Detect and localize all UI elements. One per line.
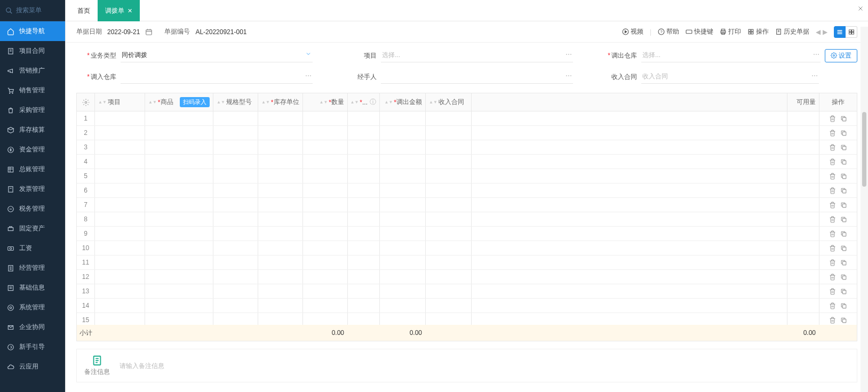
delete-icon[interactable] — [829, 302, 836, 309]
print-button[interactable]: 打印 — [720, 27, 741, 36]
delete-icon[interactable] — [829, 173, 836, 180]
view-list-icon[interactable] — [834, 26, 846, 38]
delete-icon[interactable] — [829, 274, 836, 281]
delete-icon[interactable] — [829, 144, 836, 151]
shortcut-button[interactable]: 快捷键 — [686, 27, 713, 36]
table-row[interactable]: 5 — [77, 169, 857, 183]
delete-icon[interactable] — [829, 230, 836, 237]
out-warehouse-select[interactable]: 选择... ⋯ — [641, 49, 821, 62]
table-row[interactable]: 1 — [77, 111, 857, 126]
operate-button[interactable]: 操作 — [747, 27, 769, 36]
next-icon[interactable]: ▶ — [823, 28, 827, 36]
scrollbar[interactable] — [861, 27, 868, 392]
close-icon[interactable]: ✕ — [128, 7, 132, 14]
delete-icon[interactable] — [829, 245, 836, 252]
close-icon[interactable] — [857, 5, 864, 12]
in-contract-select[interactable]: 收入合同 ⋯ — [641, 70, 819, 84]
copy-icon[interactable] — [840, 317, 847, 324]
col-available[interactable]: 可用量 — [787, 93, 819, 111]
sidebar-item-bag[interactable]: 采购管理 — [0, 100, 65, 120]
in-warehouse-select[interactable]: ⋯ — [121, 70, 313, 84]
video-button[interactable]: 视频 — [622, 27, 643, 36]
sidebar-item-home[interactable]: 快捷导航 — [0, 21, 65, 41]
prev-icon[interactable]: ◀ — [816, 28, 821, 36]
sidebar-item-system[interactable]: 系统管理 — [0, 298, 65, 317]
table-row[interactable]: 4 — [77, 155, 857, 169]
sidebar-item-doc[interactable]: 项目合同 — [0, 41, 65, 61]
biz-type-select[interactable]: 同价调拨 — [121, 49, 313, 62]
sidebar-item-box[interactable]: 库存核算 — [0, 120, 65, 140]
settings-button[interactable]: 设置 — [825, 49, 857, 62]
sidebar-item-asset[interactable]: 固定资产 — [0, 219, 65, 238]
sidebar-item-salary[interactable]: 工资 — [0, 238, 65, 258]
handler-select[interactable]: ⋯ — [381, 70, 573, 84]
delete-icon[interactable] — [829, 158, 836, 165]
sidebar-item-megaphone[interactable]: 营销推广 — [0, 61, 65, 81]
sidebar-item-info[interactable]: 基础信息 — [0, 278, 65, 298]
sidebar-item-invoice[interactable]: 发票管理 — [0, 179, 65, 199]
view-grid-icon[interactable] — [846, 26, 857, 38]
copy-icon[interactable] — [840, 115, 847, 122]
sidebar-item-ledger[interactable]: 总账管理 — [0, 159, 65, 179]
sidebar-item-money[interactable]: 资金管理 — [0, 140, 65, 159]
table-row[interactable]: 14 — [77, 299, 857, 313]
sidebar-item-guide[interactable]: 新手引导 — [0, 337, 65, 357]
table-row[interactable]: 2 — [77, 126, 857, 140]
col-qty[interactable]: ▲▼*数量 — [303, 93, 348, 111]
copy-icon[interactable] — [840, 230, 847, 237]
sidebar-item-cart[interactable]: 销售管理 — [0, 81, 65, 100]
table-row[interactable]: 9 — [77, 227, 857, 241]
col-project[interactable]: ▲▼项目 — [95, 93, 145, 111]
copy-icon[interactable] — [840, 259, 847, 266]
copy-icon[interactable] — [840, 202, 847, 209]
project-select[interactable]: 选择... ⋯ — [381, 49, 573, 62]
copy-icon[interactable] — [840, 288, 847, 295]
table-row[interactable]: 10 — [77, 241, 857, 255]
date-value[interactable]: 2022-09-21 — [107, 28, 140, 36]
sidebar-item-collab[interactable]: 企业协同 — [0, 317, 65, 337]
col-out-amount[interactable]: ▲▼*调出金额 — [380, 93, 426, 111]
tab[interactable]: 首页 — [70, 0, 98, 21]
copy-icon[interactable] — [840, 187, 847, 194]
sidebar-item-manage[interactable]: 经营管理 — [0, 258, 65, 278]
table-row[interactable]: 3 — [77, 140, 857, 155]
col-in-contract[interactable]: ▲▼收入合同 — [426, 93, 472, 111]
delete-icon[interactable] — [829, 130, 836, 137]
table-row[interactable]: 12 — [77, 270, 857, 284]
gear-icon[interactable] — [77, 93, 95, 111]
delete-icon[interactable] — [829, 115, 836, 122]
table-row[interactable]: 6 — [77, 183, 857, 198]
col-unit[interactable]: ▲▼*库存单位 — [258, 93, 303, 111]
table-row[interactable]: 7 — [77, 198, 857, 212]
table-row[interactable]: 15 — [77, 313, 857, 325]
scan-badge[interactable]: 扫码录入 — [180, 97, 210, 107]
delete-icon[interactable] — [829, 202, 836, 209]
copy-icon[interactable] — [840, 216, 847, 223]
copy-icon[interactable] — [840, 144, 847, 151]
delete-icon[interactable] — [829, 317, 836, 324]
delete-icon[interactable] — [829, 259, 836, 266]
delete-icon[interactable] — [829, 288, 836, 295]
table-row[interactable]: 11 — [77, 255, 857, 270]
copy-icon[interactable] — [840, 130, 847, 137]
sidebar-item-tax[interactable]: 税务管理 — [0, 199, 65, 219]
calendar-icon[interactable] — [145, 28, 153, 36]
col-spec[interactable]: ▲▼规格型号 — [213, 93, 258, 111]
copy-icon[interactable] — [840, 302, 847, 309]
tab[interactable]: 调拨单✕ — [98, 0, 140, 21]
copy-icon[interactable] — [840, 158, 847, 165]
copy-icon[interactable] — [840, 274, 847, 281]
sidebar-item-cloud[interactable]: 云应用 — [0, 357, 65, 377]
copy-icon[interactable] — [840, 245, 847, 252]
history-button[interactable]: 历史单据 — [775, 27, 809, 36]
help-button[interactable]: ? 帮助 — [658, 27, 679, 36]
copy-icon[interactable] — [840, 173, 847, 180]
col-product[interactable]: ▲▼*商品扫码录入 — [145, 93, 213, 111]
col-dot[interactable]: ▲▼*...ⓘ — [348, 93, 380, 111]
remarks-input[interactable] — [120, 362, 849, 370]
search-menu[interactable]: 搜索菜单 — [0, 0, 65, 21]
delete-icon[interactable] — [829, 187, 836, 194]
table-row[interactable]: 13 — [77, 284, 857, 299]
delete-icon[interactable] — [829, 216, 836, 223]
table-row[interactable]: 8 — [77, 212, 857, 227]
